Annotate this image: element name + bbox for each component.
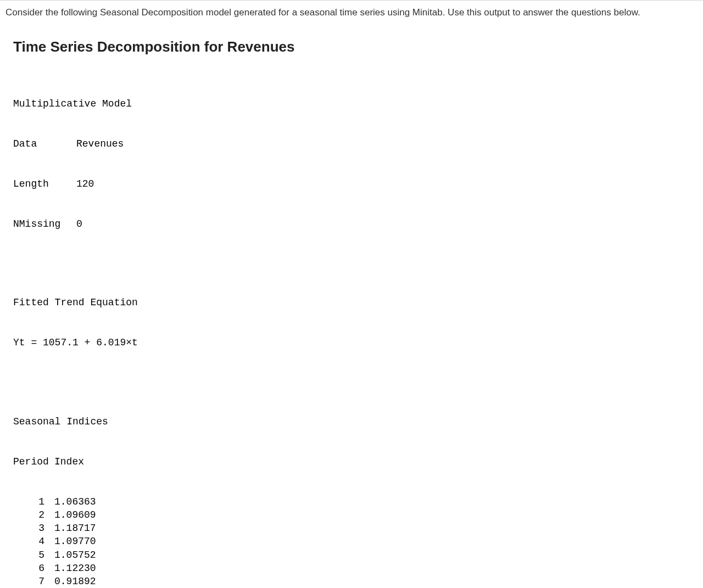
seasonal-index: 1.05752 (54, 548, 96, 562)
seasonal-period: 4 (13, 535, 54, 548)
meta-nmissing-row: NMissing 0 (13, 217, 698, 231)
seasonal-row: 21.09609 (13, 508, 698, 522)
seasonal-row: 51.05752 (13, 548, 698, 562)
seasonal-index: 1.06363 (54, 495, 96, 508)
meta-length-label: Length (13, 177, 76, 191)
seasonal-period: 6 (13, 562, 54, 575)
seasonal-col-index: Index (54, 455, 84, 468)
seasonal-rows: 11.0636321.0960931.1871741.0977051.05752… (13, 495, 698, 588)
meta-nmissing-label: NMissing (13, 217, 76, 231)
seasonal-col-period: Period (13, 455, 54, 468)
seasonal-row: 70.91892 (13, 575, 698, 588)
seasonal-row: 61.12230 (13, 562, 698, 575)
seasonal-section: Seasonal Indices Period Index 11.0636321… (13, 388, 698, 588)
seasonal-row: 11.06363 (13, 495, 698, 508)
seasonal-period: 7 (13, 575, 54, 588)
seasonal-period: 1 (13, 495, 54, 508)
seasonal-index: 1.09609 (54, 508, 96, 522)
seasonal-header-row: Period Index (13, 455, 698, 468)
meta-length-value: 120 (76, 177, 94, 191)
seasonal-period: 2 (13, 508, 54, 522)
model-type: Multiplicative Model (13, 97, 698, 110)
meta-length-row: Length 120 (13, 177, 698, 191)
page-title: Time Series Decomposition for Revenues (13, 38, 698, 55)
meta-nmissing-value: 0 (76, 217, 82, 231)
seasonal-period: 3 (13, 522, 54, 535)
trend-equation: Yt = 1057.1 + 6.019×t (13, 336, 698, 349)
meta-data-row: Data Revenues (13, 137, 698, 150)
seasonal-index: 1.09770 (54, 535, 96, 548)
meta-data-label: Data (13, 137, 76, 150)
meta-data-value: Revenues (76, 137, 124, 150)
seasonal-index: 1.18717 (54, 522, 96, 535)
document-content: Time Series Decomposition for Revenues M… (0, 24, 703, 588)
instruction-text: Consider the following Seasonal Decompos… (0, 1, 703, 24)
seasonal-period: 5 (13, 548, 54, 562)
trend-section: Fitted Trend Equation Yt = 1057.1 + 6.01… (13, 270, 698, 376)
model-meta-section: Multiplicative Model Data Revenues Lengt… (13, 71, 698, 257)
seasonal-row: 31.18717 (13, 522, 698, 535)
seasonal-row: 41.09770 (13, 535, 698, 548)
seasonal-heading: Seasonal Indices (13, 415, 698, 428)
seasonal-index: 1.12230 (54, 562, 96, 575)
trend-heading: Fitted Trend Equation (13, 296, 698, 309)
seasonal-index: 0.91892 (54, 575, 96, 588)
